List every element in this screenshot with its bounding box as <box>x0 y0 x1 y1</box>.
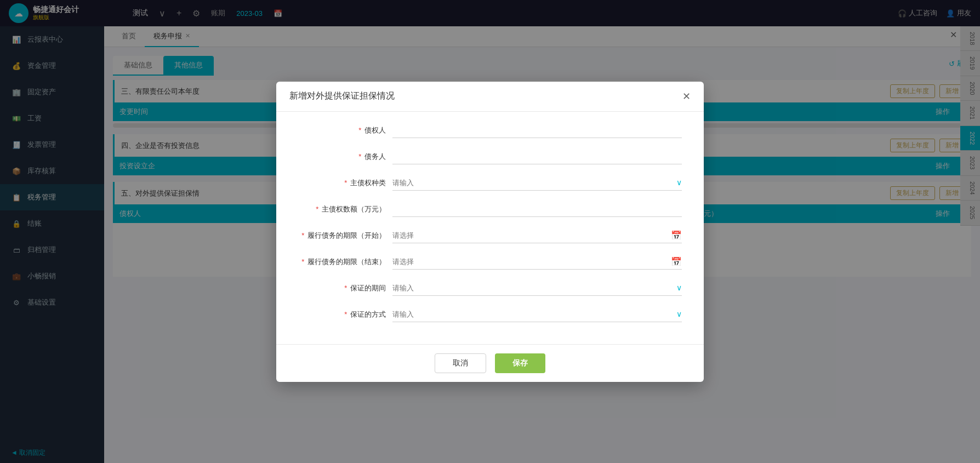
form-row-debtor: * 债务人 <box>298 149 682 164</box>
guarantee-method-input[interactable] <box>392 307 676 322</box>
form-row-claim-amount: * 主债权数额（万元） <box>298 202 682 217</box>
claim-amount-label: * 主债权数额（万元） <box>298 204 386 214</box>
modal-body: * 债权人 * 债务人 * 主债权种类 <box>276 112 704 344</box>
guarantee-method-label: * 保证的方式 <box>298 310 386 319</box>
form-row-end-date: * 履行债务的期限（结束） 📅 <box>298 254 682 270</box>
save-button[interactable]: 保存 <box>495 353 545 373</box>
form-row-creditor: * 债权人 <box>298 123 682 138</box>
end-date-input[interactable] <box>392 254 669 269</box>
guarantee-method-select[interactable]: ∨ <box>392 307 682 322</box>
creditor-label: * 债权人 <box>298 125 386 135</box>
form-row-guarantee-method: * 保证的方式 ∨ <box>298 307 682 322</box>
start-date-label: * 履行债务的期限（开始） <box>298 231 386 241</box>
claim-type-chevron[interactable]: ∨ <box>676 178 682 187</box>
claim-amount-input[interactable] <box>392 202 682 217</box>
modal-close-button[interactable]: ✕ <box>682 90 691 102</box>
guarantee-period-input[interactable] <box>392 281 676 295</box>
modal-footer: 取消 保存 <box>276 344 704 382</box>
guarantee-method-chevron[interactable]: ∨ <box>676 310 682 318</box>
end-date-label: * 履行债务的期限（结束） <box>298 257 386 267</box>
claim-type-input[interactable] <box>392 175 676 190</box>
start-date-input[interactable] <box>392 228 669 243</box>
modal-title: 新增对外提供保证担保情况 <box>289 90 395 102</box>
guarantee-period-label: * 保证的期间 <box>298 283 386 293</box>
guarantee-period-select[interactable]: ∨ <box>392 281 682 296</box>
modal-header: 新增对外提供保证担保情况 ✕ <box>276 82 704 112</box>
form-row-claim-type: * 主债权种类 ∨ <box>298 175 682 191</box>
claim-type-label: * 主债权种类 <box>298 178 386 188</box>
modal-dialog: 新增对外提供保证担保情况 ✕ * 债权人 * 债务人 <box>276 82 704 382</box>
start-date-calendar-icon[interactable]: 📅 <box>671 230 682 241</box>
end-date-calendar-icon[interactable]: 📅 <box>671 256 682 267</box>
form-row-guarantee-period: * 保证的期间 ∨ <box>298 281 682 296</box>
debtor-label: * 债务人 <box>298 152 386 162</box>
start-date-select[interactable]: 📅 <box>392 228 682 243</box>
modal-overlay: 新增对外提供保证担保情况 ✕ * 债权人 * 债务人 <box>0 0 980 463</box>
guarantee-period-chevron[interactable]: ∨ <box>676 283 682 292</box>
debtor-input[interactable] <box>392 149 682 164</box>
cancel-button[interactable]: 取消 <box>435 353 486 373</box>
claim-type-select[interactable]: ∨ <box>392 175 682 191</box>
form-row-start-date: * 履行债务的期限（开始） 📅 <box>298 228 682 243</box>
end-date-select[interactable]: 📅 <box>392 254 682 270</box>
creditor-input[interactable] <box>392 123 682 138</box>
